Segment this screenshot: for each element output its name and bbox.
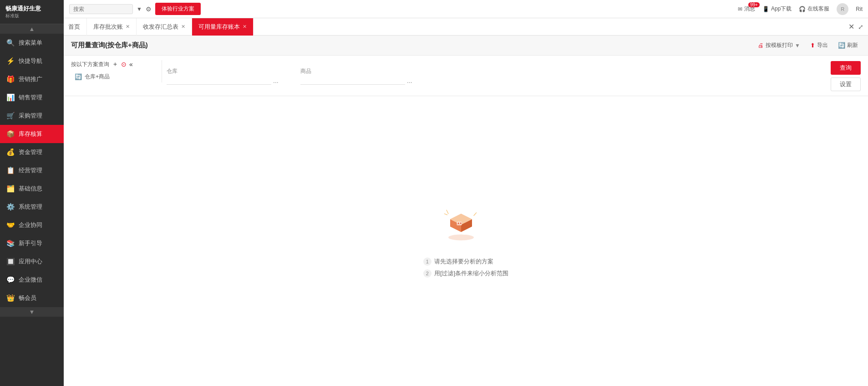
enterprise-icon: 🤝 xyxy=(6,221,15,229)
gear-icon[interactable]: ⚙ xyxy=(146,5,152,13)
filter-collapse-btn[interactable]: « xyxy=(129,61,133,68)
export-label: 导出 xyxy=(817,41,828,49)
tabs-expand-btn[interactable]: ⤢ xyxy=(858,23,863,31)
new-user-icon: 📚 xyxy=(6,239,15,247)
hint-num-1: 1 xyxy=(423,257,431,266)
sidebar-item-inventory[interactable]: 📦 库存核算 xyxy=(0,125,64,143)
page-actions: 🖨 按模板打印 ▼ ⬆ 导出 🔄 刷新 xyxy=(755,40,861,51)
empty-hints: 1 请先选择要分析的方案 2 用[过滤]条件来缩小分析范围 xyxy=(423,257,508,278)
content-area: 1 请先选择要分析的方案 2 用[过滤]条件来缩小分析范围 xyxy=(64,96,868,386)
sidebar-item-sales[interactable]: 📊 销售管理 xyxy=(0,88,64,107)
username: Rit xyxy=(856,6,863,12)
sidebar-label-finance: 资金管理 xyxy=(19,148,42,156)
online-service-btn[interactable]: 🎧 在线客服 xyxy=(799,5,829,13)
finance-icon: 💰 xyxy=(6,148,15,156)
product-dots-btn[interactable]: ... xyxy=(407,77,412,84)
filter-scheme-item[interactable]: 🔄 仓库+商品 xyxy=(71,71,154,82)
sidebar-label-purchase: 采购管理 xyxy=(19,112,42,120)
sidebar-item-member[interactable]: 👑 畅会员 xyxy=(0,289,64,307)
app-center-icon: 🔲 xyxy=(6,257,15,266)
refresh-btn[interactable]: 🔄 刷新 xyxy=(835,40,861,51)
tab-collect-summary-label: 收发存汇总表 xyxy=(143,23,178,31)
sidebar-label-new-user: 新手引导 xyxy=(19,239,42,247)
sidebar-label-wechat: 企业微信 xyxy=(19,276,42,284)
export-btn[interactable]: ⬆ 导出 xyxy=(807,40,831,51)
filter-setting-btn[interactable]: ⊙ xyxy=(121,61,127,68)
svg-point-7 xyxy=(458,222,459,224)
empty-illustration xyxy=(443,205,488,250)
warehouse-input[interactable] xyxy=(167,76,271,85)
page-header: 可用量查询(按仓库+商品) 🖨 按模板打印 ▼ ⬆ 导出 🔄 刷新 xyxy=(64,36,868,56)
filter-add-btn[interactable]: ＋ xyxy=(112,60,118,68)
sidebar-label-sales: 销售管理 xyxy=(19,93,42,102)
tab-home-label: 首页 xyxy=(68,23,80,31)
sidebar-item-search[interactable]: 🔍 搜索菜单 xyxy=(0,34,64,52)
system-icon: ⚙️ xyxy=(6,203,15,211)
tabs-right-actions: ✕ ⤢ xyxy=(848,22,863,31)
refresh-icon: 🔄 xyxy=(838,42,845,49)
wechat-icon: 💬 xyxy=(6,276,15,284)
sidebar-item-purchase[interactable]: 🛒 采购管理 xyxy=(0,107,64,125)
search-nav-icon: 🔍 xyxy=(6,39,15,47)
print-dropdown-icon[interactable]: ▼ xyxy=(795,42,800,49)
dropdown-icon[interactable]: ▼ xyxy=(137,6,142,12)
filter-bar: 按以下方案查询 ＋ ⊙ « 🔄 仓库+商品 仓库 ... 商品 xyxy=(64,56,868,96)
member-icon: 👑 xyxy=(6,294,15,302)
sidebar-scroll-up[interactable]: ▲ xyxy=(0,24,64,34)
product-field: 商品 ... xyxy=(300,67,428,85)
empty-hint-2: 2 用[过滤]条件来缩小分析范围 xyxy=(423,269,508,278)
tab-collect-summary-close[interactable]: ✕ xyxy=(181,24,185,30)
app-download-btn[interactable]: 📱 App下载 xyxy=(762,5,792,13)
sidebar-item-quick-nav[interactable]: ⚡ 快捷导航 xyxy=(0,52,64,70)
mobile-icon: 📱 xyxy=(762,6,769,12)
sidebar-item-app-center[interactable]: 🔲 应用中心 xyxy=(0,252,64,271)
warehouse-field: 仓库 ... xyxy=(167,67,294,85)
sidebar-label-operations: 经营管理 xyxy=(19,166,42,175)
svg-point-0 xyxy=(448,235,474,241)
sidebar-item-finance[interactable]: 💰 资金管理 xyxy=(0,143,64,161)
print-label: 按模板打印 xyxy=(766,41,793,49)
sidebar-label-member: 畅会员 xyxy=(19,294,36,302)
marketing-icon: 🎁 xyxy=(6,75,15,83)
tab-collect-summary[interactable]: 收发存汇总表 ✕ xyxy=(137,18,192,36)
tab-available-qty-close[interactable]: ✕ xyxy=(243,24,247,30)
svg-line-11 xyxy=(474,213,477,216)
industry-btn[interactable]: 体验行业方案 xyxy=(155,3,201,15)
print-btn[interactable]: 🖨 按模板打印 ▼ xyxy=(755,40,803,51)
settings-button[interactable]: 设置 xyxy=(831,77,861,91)
tab-available-qty[interactable]: 可用量库存账本 ✕ xyxy=(192,18,254,36)
warehouse-dots-btn[interactable]: ... xyxy=(273,77,279,84)
search-input[interactable] xyxy=(69,4,133,14)
sidebar-scroll-down[interactable]: ▼ xyxy=(0,307,64,317)
sidebar-logo: 畅康通好生意 标准版 xyxy=(0,0,64,24)
sidebar-label-search: 搜索菜单 xyxy=(19,39,42,47)
filter-action-btns: 查询 设置 xyxy=(831,61,861,91)
avatar[interactable]: R xyxy=(837,3,848,15)
sidebar-label-quick-nav: 快捷导航 xyxy=(19,57,42,65)
tabs-close-all-btn[interactable]: ✕ xyxy=(848,22,854,31)
sidebar-item-system[interactable]: ⚙️ 系统管理 xyxy=(0,198,64,216)
sidebar-item-basic-info[interactable]: 🗂️ 基础信息 xyxy=(0,180,64,198)
tabs-bar: 首页 库存批次账 ✕ 收发存汇总表 ✕ 可用量库存账本 ✕ ✕ ⤢ xyxy=(64,18,868,36)
sidebar-item-wechat[interactable]: 💬 企业微信 xyxy=(0,271,64,289)
tab-home[interactable]: 首页 xyxy=(68,18,87,36)
warehouse-label: 仓库 xyxy=(167,67,294,75)
sidebar-item-marketing[interactable]: 🎁 营销推广 xyxy=(0,70,64,88)
tab-batch-account[interactable]: 库存批次账 ✕ xyxy=(87,18,137,36)
query-button[interactable]: 查询 xyxy=(831,61,861,75)
hint-text-2: 用[过滤]条件来缩小分析范围 xyxy=(434,269,508,278)
sidebar-item-enterprise[interactable]: 🤝 企业协同 xyxy=(0,216,64,234)
message-btn[interactable]: ✉ 消息 99+ xyxy=(738,5,755,13)
headset-icon: 🎧 xyxy=(799,6,806,12)
refresh-label: 刷新 xyxy=(847,41,858,49)
product-input[interactable] xyxy=(300,76,405,85)
scheme-icon: 🔄 xyxy=(75,73,82,80)
sidebar-item-new-user[interactable]: 📚 新手引导 xyxy=(0,234,64,252)
sidebar-item-operations[interactable]: 📋 经营管理 xyxy=(0,161,64,180)
tab-batch-account-close[interactable]: ✕ xyxy=(126,24,130,30)
message-badge: 99+ xyxy=(748,2,760,7)
sidebar: 畅康通好生意 标准版 ▲ 🔍 搜索菜单 ⚡ 快捷导航 🎁 营销推广 📊 销售管理… xyxy=(0,0,64,386)
purchase-icon: 🛒 xyxy=(6,112,15,120)
tab-available-qty-label: 可用量库存账本 xyxy=(198,23,240,31)
topbar: ▼ ⚙ 体验行业方案 ✉ 消息 99+ 📱 App下载 🎧 在线客服 R Rit xyxy=(64,0,868,18)
